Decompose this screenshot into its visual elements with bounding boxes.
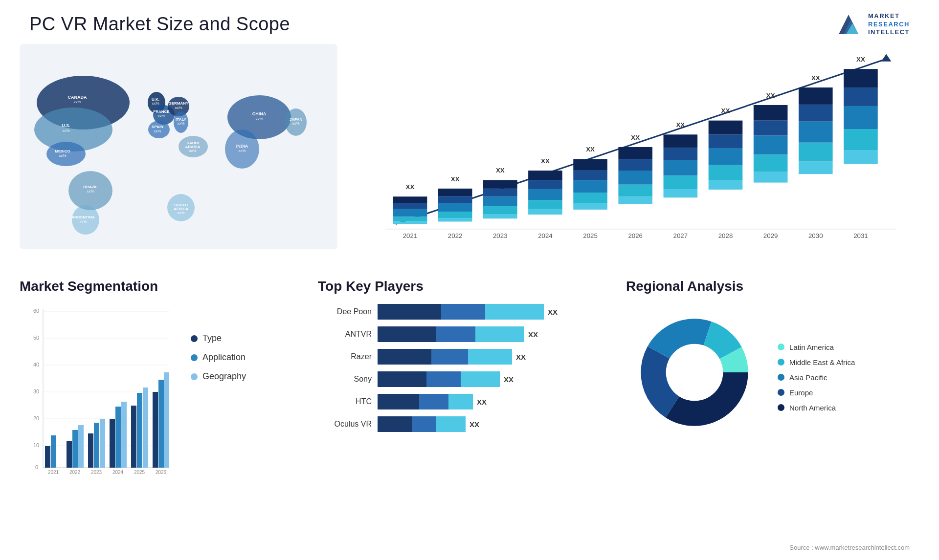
player-bar-seg1-5 [378,394,419,409]
player-bar-container-4: XX [378,371,514,387]
svg-text:xx%: xx% [87,189,94,194]
svg-rect-104 [754,121,788,136]
svg-text:2027: 2027 [673,232,688,239]
regional-legend-latin: Latin America [778,343,855,351]
svg-rect-84 [618,185,652,197]
regional-content: Latin America Middle East & Africa Asia … [626,304,919,441]
player-value-2: XX [528,330,538,339]
regional-section: Regional Analysis Latin America Middle E… [626,279,919,542]
svg-rect-69 [483,180,517,188]
svg-text:XX: XX [406,183,415,191]
svg-rect-87 [618,147,652,159]
legend-dot-latin [778,344,784,350]
svg-rect-57 [393,196,427,203]
svg-text:xx%: xx% [177,211,184,215]
svg-text:CANADA: CANADA [68,95,87,100]
svg-text:XX: XX [676,121,685,129]
svg-rect-75 [528,171,562,180]
player-value-4: XX [504,375,514,384]
svg-text:2026: 2026 [156,470,167,475]
svg-text:10: 10 [33,442,39,448]
player-bar-seg2-2 [436,326,475,342]
svg-text:2026: 2026 [628,232,643,239]
legend-dot-na [778,404,784,411]
svg-text:40: 40 [33,362,39,367]
regional-legend-mea: Middle East & Africa [778,358,855,366]
svg-rect-93 [664,134,698,148]
svg-rect-167 [153,392,158,468]
svg-rect-77 [573,203,607,210]
svg-rect-63 [438,189,472,196]
svg-text:XX: XX [721,107,730,114]
svg-rect-153 [78,425,84,468]
player-bar-container-6: XX [378,416,479,432]
regional-legend-europe: Europe [778,388,855,397]
svg-rect-74 [528,180,562,189]
svg-text:XX: XX [811,74,820,82]
logo-text: MARKET RESEARCH INTELLECT [868,12,910,37]
svg-rect-163 [131,406,136,468]
player-row-1: Dee Poon XX [318,304,611,320]
player-bar-seg2-5 [419,394,448,409]
svg-text:U.S.: U.S. [62,123,70,128]
seg-chart: 60 50 40 30 20 10 0 2021 [20,304,176,480]
svg-text:CHINA: CHINA [252,111,267,116]
svg-text:2029: 2029 [763,232,778,239]
player-value-1: XX [548,308,558,316]
svg-rect-159 [110,419,115,468]
svg-rect-107 [799,162,833,174]
svg-rect-71 [528,209,562,215]
player-bar-seg2-3 [431,349,468,365]
svg-rect-55 [393,209,427,216]
player-name-1: Dee Poon [318,307,372,316]
svg-rect-168 [158,380,164,468]
svg-text:0: 0 [35,464,38,470]
player-bar-container-1: XX [378,304,558,320]
svg-text:2030: 2030 [808,232,823,239]
svg-rect-114 [844,129,878,150]
svg-text:FRANCE: FRANCE [153,109,170,114]
player-row-2: ANTVR XX [318,326,611,342]
svg-rect-164 [137,393,142,468]
svg-text:2024: 2024 [538,232,553,239]
svg-text:xx%: xx% [79,219,87,224]
legend-dot-application [191,354,198,361]
legend-item-type: Type [191,333,246,344]
svg-text:2023: 2023 [91,470,102,475]
svg-rect-157 [100,419,105,468]
player-value-5: XX [477,398,487,406]
svg-rect-147 [45,446,50,468]
legend-label-na: North America [789,404,836,412]
world-map: CANADA xx% U.S. xx% MEXICO xx% BRAZIL xx… [20,44,337,249]
svg-rect-101 [754,172,788,183]
legend-item-geography: Geography [191,371,246,382]
svg-text:2028: 2028 [718,232,733,239]
svg-text:2022: 2022 [448,232,463,239]
svg-text:2024: 2024 [112,470,124,475]
svg-rect-113 [844,150,878,164]
player-row-6: Oculus VR XX [318,416,611,432]
svg-text:xx%: xx% [175,106,182,110]
svg-text:xx%: xx% [73,100,81,104]
svg-text:XX: XX [766,92,775,99]
svg-rect-108 [799,143,833,162]
svg-text:xx%: xx% [177,121,184,126]
svg-rect-103 [754,135,788,154]
svg-rect-56 [393,203,427,209]
svg-rect-78 [573,193,607,203]
svg-rect-96 [709,165,743,180]
player-bar-seg1-2 [378,326,436,342]
svg-rect-110 [799,105,833,122]
logo: MARKET RESEARCH INTELLECT [834,10,910,39]
svg-rect-99 [709,121,743,135]
svg-rect-80 [573,170,607,180]
player-bar-seg3-2 [475,326,524,342]
player-name-6: Oculus VR [318,420,372,429]
player-value-6: XX [470,420,479,429]
player-bar-seg2-6 [412,416,436,432]
svg-rect-89 [664,189,698,197]
market-seg-title: Market Segmentation [20,279,303,294]
map-section: CANADA xx% U.S. xx% MEXICO xx% BRAZIL xx… [20,44,337,254]
source-text: Source : www.marketresearchintellect.com [789,544,910,551]
svg-rect-151 [67,441,72,468]
